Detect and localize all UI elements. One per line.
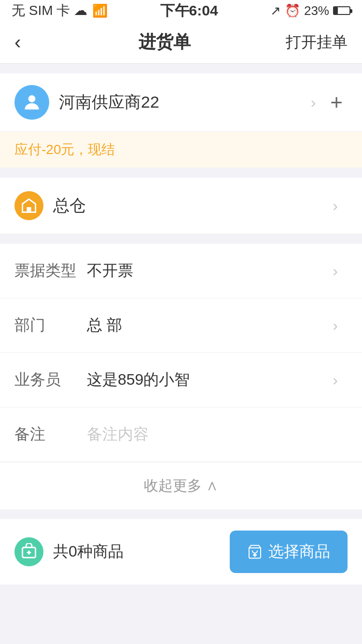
svg-rect-1: [27, 207, 31, 212]
invoice-row[interactable]: 票据类型 不开票 ›: [0, 244, 362, 298]
salesman-arrow-icon: ›: [333, 371, 338, 389]
cart-plus-icon: [247, 544, 263, 560]
warehouse-arrow-icon: ›: [333, 197, 338, 215]
form-section: 票据类型 不开票 › 部门 总 部 › 业务员 这是859的小智 › 备注 备注…: [0, 244, 362, 509]
supplier-name: 河南供应商22: [59, 91, 311, 113]
invoice-value: 不开票: [82, 260, 333, 281]
open-pending-button[interactable]: 打开挂单: [286, 32, 348, 53]
salesman-value: 这是859的小智: [82, 369, 333, 391]
wifi-icon: 📶: [92, 3, 108, 18]
supplier-row[interactable]: 河南供应商22 › +: [0, 73, 362, 132]
add-supplier-button[interactable]: +: [325, 90, 348, 114]
status-left: 无 SIM 卡 ☁ 📶: [12, 1, 108, 20]
department-value: 总 部: [82, 315, 333, 336]
alarm-icon: ⏰: [285, 3, 300, 18]
product-count-label: 共0种商品: [53, 541, 220, 562]
collapse-more-button[interactable]: 收起更多 ∧: [0, 462, 362, 509]
salesman-label: 业务员: [14, 369, 82, 391]
product-icon-wrap: [14, 537, 43, 566]
supplier-section: 河南供应商22 › + 应付-20元，现结: [0, 73, 362, 168]
department-label: 部门: [14, 315, 82, 336]
person-icon: [21, 92, 42, 113]
top-divider: [0, 64, 362, 73]
svg-point-0: [28, 95, 36, 102]
department-row[interactable]: 部门 总 部 ›: [0, 298, 362, 353]
status-right: ↗ ⏰ 23%: [270, 3, 350, 18]
bottom-bar: 共0种商品 选择商品: [0, 519, 362, 585]
empty-area: [0, 585, 362, 644]
mid-divider1: [0, 168, 362, 178]
warehouse-label: 总仓: [53, 195, 333, 217]
back-button[interactable]: ‹: [14, 31, 43, 53]
remark-input[interactable]: 备注内容: [82, 424, 348, 445]
sim-label: 无 SIM 卡 ☁: [12, 1, 87, 20]
battery-label: 23%: [304, 3, 329, 18]
battery-icon: [333, 6, 350, 15]
product-icon: [20, 543, 38, 560]
notice-banner: 应付-20元，现结: [0, 132, 362, 168]
supplier-arrow-icon: ›: [311, 94, 316, 112]
warehouse-icon: [20, 197, 38, 214]
warehouse-icon-wrap: [14, 191, 43, 220]
invoice-arrow-icon: ›: [333, 262, 338, 280]
salesman-row[interactable]: 业务员 这是859的小智 ›: [0, 353, 362, 407]
remark-label: 备注: [14, 424, 82, 445]
page-title: 进货单: [139, 30, 191, 54]
remark-row[interactable]: 备注 备注内容: [0, 407, 362, 462]
select-product-button[interactable]: 选择商品: [230, 531, 348, 573]
nav-bar: ‹ 进货单 打开挂单: [0, 21, 362, 64]
select-product-label: 选择商品: [268, 541, 330, 562]
warehouse-section: 总仓 ›: [0, 178, 362, 234]
location-icon: ↗: [270, 3, 281, 18]
status-bar: 无 SIM 卡 ☁ 📶 下午6:04 ↗ ⏰ 23%: [0, 0, 362, 21]
warehouse-row[interactable]: 总仓 ›: [0, 178, 362, 234]
avatar: [14, 85, 49, 120]
invoice-label: 票据类型: [14, 260, 82, 281]
mid-divider2: [0, 234, 362, 244]
department-arrow-icon: ›: [333, 317, 338, 335]
status-time: 下午6:04: [160, 1, 218, 21]
